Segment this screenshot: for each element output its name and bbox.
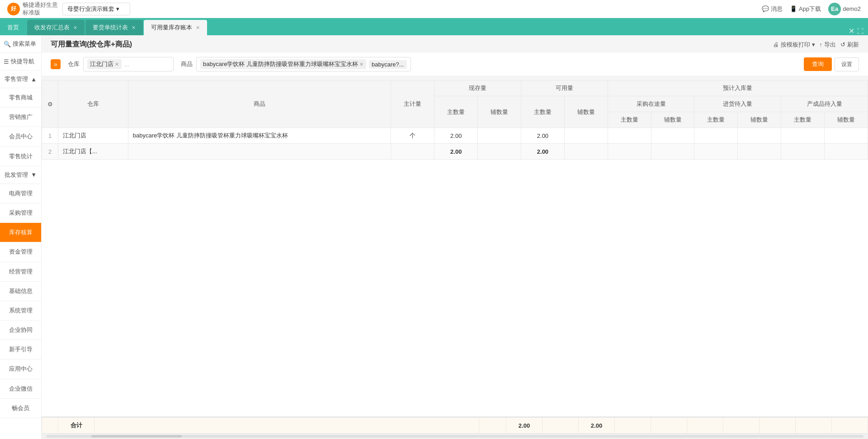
sidebar-item-wechat[interactable]: 企业微信 <box>0 379 41 399</box>
warehouse-filter-group: 仓库 江北门店 ✕ ... <box>68 57 174 71</box>
template-print-btn[interactable]: 🖨 按模板打印 ▾ <box>773 41 815 49</box>
col-avail-main: 主数量 <box>521 96 565 128</box>
col-incoming-sub: 进货待入量 <box>694 96 781 112</box>
scroll-track <box>46 435 863 438</box>
sidebar-item-retail-mall[interactable]: 零售商城 <box>0 88 41 108</box>
sidebar-item-member2[interactable]: 畅会员 <box>0 399 41 418</box>
close-window-btn[interactable]: ✕ <box>849 27 854 35</box>
tab-receive[interactable]: 收发存汇总表 ✕ <box>27 20 85 35</box>
content-area: 可用量查询(按仓库+商品) 🖨 按模板打印 ▾ ↑ 导出 ↺ 刷新 » <box>42 35 868 439</box>
col-production-aux: 辅数量 <box>825 112 868 128</box>
chevron-down-icon: ▾ <box>812 41 815 48</box>
col-settings[interactable]: ⚙ <box>42 80 58 128</box>
top-bar-right: 💬 消息 📱 App下载 Ea demo2 <box>762 3 861 15</box>
sidebar-item-wholesale[interactable]: 批发管理 ▼ <box>0 166 41 184</box>
sidebar: 🔍 搜索菜单 ☰ 快捷导航 零售管理 ▲ 零售商城 营销推广 会员中心 零售统计… <box>0 35 42 439</box>
top-bar: 好 畅捷通好生意 标准版 母婴行业演示账套 ▾ 💬 消息 📱 App下载 Ea … <box>0 0 868 18</box>
footer-avail-main: 2.00 <box>579 418 615 434</box>
sidebar-item-member[interactable]: 会员中心 <box>0 127 41 146</box>
query-btn[interactable]: 查询 <box>804 57 832 71</box>
product-tag1: babycare学饮杯 儿童防摔防撞吸管杯重力球吸嘴杯宝宝水杯 ✕ <box>200 59 366 69</box>
nav-tabs-actions: ✕ ⛶ <box>849 27 868 35</box>
sidebar-item-basic[interactable]: 基础信息 <box>0 282 41 301</box>
col-unit-header: 主计量 <box>391 80 434 128</box>
logo-area: 好 畅捷通好生意 标准版 <box>7 1 58 17</box>
sidebar-item-finance[interactable]: 资金管理 <box>0 242 41 262</box>
close-tab-receive[interactable]: ✕ <box>73 25 77 31</box>
product-tag2: babycare?... <box>369 60 407 69</box>
horizontal-scrollbar[interactable] <box>42 434 868 439</box>
col-avail-aux: 辅数量 <box>564 96 608 128</box>
col-production-sub: 产成品待入量 <box>781 96 868 112</box>
sidebar-item-appcenter[interactable]: 应用中心 <box>0 359 41 379</box>
app-icon: 📱 <box>790 5 797 12</box>
app-download-btn[interactable]: 📱 App下载 <box>790 5 821 13</box>
col-stock-main: 主数量 <box>434 96 478 128</box>
sidebar-item-purchase[interactable]: 采购管理 <box>0 203 41 223</box>
sidebar-item-system[interactable]: 系统管理 <box>0 301 41 321</box>
warehouse-ellipsis[interactable]: ... <box>124 61 129 68</box>
logo-icon: 好 <box>7 3 20 15</box>
page-header-actions: 🖨 按模板打印 ▾ ↑ 导出 ↺ 刷新 <box>773 41 859 49</box>
table-header: ⚙ 仓库 商品 主计量 现存量 可用量 预计入库量 主数量 辅数量 主数量 辅数… <box>42 80 868 128</box>
export-btn[interactable]: ↑ 导出 <box>820 41 836 49</box>
table-row: 2江北门店【...2.002.00 <box>42 144 868 160</box>
sidebar-search[interactable]: 🔍 搜索菜单 <box>0 35 41 53</box>
user-profile-btn[interactable]: Ea demo2 <box>828 3 861 15</box>
settings-btn[interactable]: 设置 <box>835 57 859 71</box>
sidebar-item-ecommerce[interactable]: 电商管理 <box>0 184 41 203</box>
tab-available[interactable]: 可用量库存账本 ✕ <box>144 20 207 35</box>
footer-row: 合计 2.00 2.00 <box>42 418 868 434</box>
avatar: Ea <box>828 3 841 15</box>
col-purchase-aux: 辅数量 <box>651 112 694 128</box>
product-filter-group: 商品 babycare学饮杯 儿童防摔防撞吸管杯重力球吸嘴杯宝宝水杯 ✕ bab… <box>181 57 411 71</box>
sidebar-item-inventory[interactable]: 库存核算 <box>0 223 41 242</box>
refresh-btn[interactable]: ↺ 刷新 <box>840 41 859 49</box>
remove-warehouse-tag[interactable]: ✕ <box>115 61 119 67</box>
scroll-thumb[interactable] <box>91 435 182 438</box>
sidebar-item-retail-stat[interactable]: 零售统计 <box>0 147 41 166</box>
table-row: 1江北门店babycare学饮杯 儿童防摔防撞吸管杯重力球吸嘴杯宝宝水杯个2.0… <box>42 128 868 144</box>
sidebar-item-retail[interactable]: 零售管理 ▲ <box>0 71 41 88</box>
col-product-header: 商品 <box>128 80 391 128</box>
footer-label: 合计 <box>58 418 94 434</box>
sidebar-quick-nav[interactable]: ☰ 快捷导航 <box>0 53 41 71</box>
expand-window-btn[interactable]: ⛶ <box>857 28 863 35</box>
sidebar-item-operation[interactable]: 经营管理 <box>0 262 41 282</box>
page-title: 可用量查询(按仓库+商品) <box>51 40 132 49</box>
close-tab-order[interactable]: ✕ <box>132 25 136 31</box>
refresh-icon: ↺ <box>840 41 845 48</box>
top-bar-left: 好 畅捷通好生意 标准版 母婴行业演示账套 ▾ <box>7 1 130 17</box>
product-filter-input[interactable]: babycare学饮杯 儿童防摔防撞吸管杯重力球吸嘴杯宝宝水杯 ✕ babyca… <box>196 57 411 71</box>
product-filter-label: 商品 <box>181 60 193 68</box>
warehouse-tag: 江北门店 ✕ <box>87 59 122 69</box>
tab-order[interactable]: 要货单统计表 ✕ <box>85 20 143 35</box>
message-icon: 💬 <box>762 5 769 12</box>
message-btn[interactable]: 💬 消息 <box>762 5 783 13</box>
sidebar-item-marketing[interactable]: 营销推广 <box>0 108 41 127</box>
table-footer: 合计 2.00 2.00 <box>42 416 868 434</box>
col-production-main: 主数量 <box>781 112 825 128</box>
col-stock-header: 现存量 <box>434 80 521 96</box>
nav-tabs-bar: 首页 收发存汇总表 ✕ 要货单统计表 ✕ 可用量库存账本 ✕ ✕ ⛶ <box>0 18 868 35</box>
expand-filter-btn[interactable]: » <box>51 59 61 69</box>
col-available-header: 可用量 <box>521 80 608 96</box>
account-dropdown[interactable]: 母婴行业演示账套 ▾ <box>62 3 130 15</box>
main-layout: 🔍 搜索菜单 ☰ 快捷导航 零售管理 ▲ 零售商城 营销推广 会员中心 零售统计… <box>0 35 868 439</box>
tab-home[interactable]: 首页 <box>0 20 26 35</box>
warehouse-filter-label: 仓库 <box>68 60 80 68</box>
chevron-down-icon: ▾ <box>116 5 119 12</box>
logo-text: 畅捷通好生意 标准版 <box>23 1 58 17</box>
table-container: ⚙ 仓库 商品 主计量 现存量 可用量 预计入库量 主数量 辅数量 主数量 辅数… <box>42 80 868 416</box>
col-warehouse-header: 仓库 <box>58 80 128 128</box>
footer-stock-main: 2.00 <box>506 418 542 434</box>
table-body: 1江北门店babycare学饮杯 儿童防摔防撞吸管杯重力球吸嘴杯宝宝水杯个2.0… <box>42 128 868 160</box>
remove-product-tag1[interactable]: ✕ <box>359 61 363 67</box>
warehouse-filter-input[interactable]: 江北门店 ✕ ... <box>83 57 174 71</box>
close-tab-available[interactable]: ✕ <box>196 25 200 31</box>
sidebar-item-newguide[interactable]: 新手引导 <box>0 340 41 359</box>
chevron-down-icon: ▼ <box>31 171 37 178</box>
sidebar-item-enterprise[interactable]: 企业协同 <box>0 321 41 340</box>
print-icon: 🖨 <box>773 41 779 48</box>
footer-table: 合计 2.00 2.00 <box>42 417 868 434</box>
